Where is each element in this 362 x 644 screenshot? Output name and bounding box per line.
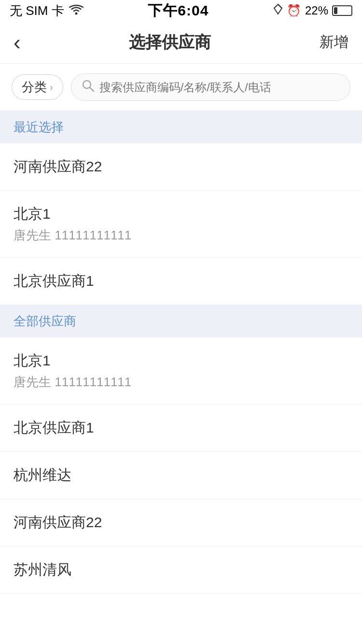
item-name: 北京1 (14, 204, 348, 224)
item-name: 苏州清风 (14, 560, 348, 580)
item-name: 北京供应商1 (14, 271, 348, 291)
item-name: 北京供应商1 (14, 418, 348, 438)
search-icon (81, 79, 95, 96)
sim-label: 无 SIM 卡 (10, 2, 64, 19)
item-sub: 唐先生 11111111111 (14, 227, 348, 244)
item-name: 北京1 (14, 351, 348, 371)
list-item-item-a2[interactable]: 北京供应商1 (0, 405, 362, 452)
section-header-all: 全部供应商 (0, 305, 362, 337)
alarm-icon: ⏰ (287, 4, 301, 17)
chevron-right-icon: › (50, 82, 53, 93)
svg-point-0 (75, 12, 77, 14)
item-sub: 唐先生 11111111111 (14, 374, 348, 391)
item-name: 河南供应商22 (14, 157, 348, 177)
content-area: 最近选择河南供应商22北京1唐先生 11111111111北京供应商1全部供应商… (0, 111, 362, 594)
page-title: 选择供应商 (129, 31, 211, 54)
list-item-item-r3[interactable]: 北京供应商1 (0, 258, 362, 305)
section-header-text-recent: 最近选择 (14, 120, 64, 134)
status-left: 无 SIM 卡 (10, 2, 84, 19)
location-icon (273, 3, 283, 18)
list-item-item-a4[interactable]: 河南供应商22 (0, 499, 362, 546)
status-right: ⏰ 22% (273, 3, 352, 18)
category-filter-button[interactable]: 分类 › (12, 74, 63, 100)
search-input[interactable] (99, 81, 340, 94)
battery-percent: 22% (305, 4, 328, 17)
wifi-icon (69, 3, 84, 18)
list-item-item-a5[interactable]: 苏州清风 (0, 546, 362, 594)
list-item-item-a1[interactable]: 北京1唐先生 11111111111 (0, 337, 362, 405)
nav-bar: ‹ 选择供应商 新增 (0, 21, 362, 64)
section-header-text-all: 全部供应商 (14, 314, 76, 328)
battery-icon (332, 5, 352, 16)
list-item-item-r2[interactable]: 北京1唐先生 11111111111 (0, 191, 362, 258)
list-item-item-r1[interactable]: 河南供应商22 (0, 143, 362, 191)
list-item-item-a3[interactable]: 杭州维达 (0, 452, 362, 499)
status-bar: 无 SIM 卡 下午6:04 ⏰ 22% (0, 0, 362, 21)
svg-line-2 (90, 87, 94, 91)
back-button[interactable]: ‹ (14, 30, 21, 55)
search-box[interactable] (71, 73, 350, 101)
item-name: 杭州维达 (14, 465, 348, 485)
new-supplier-button[interactable]: 新增 (320, 32, 348, 52)
category-label: 分类 (22, 79, 47, 96)
status-time: 下午6:04 (148, 1, 209, 21)
filter-bar: 分类 › (0, 64, 362, 111)
section-header-recent: 最近选择 (0, 111, 362, 143)
item-name: 河南供应商22 (14, 513, 348, 532)
